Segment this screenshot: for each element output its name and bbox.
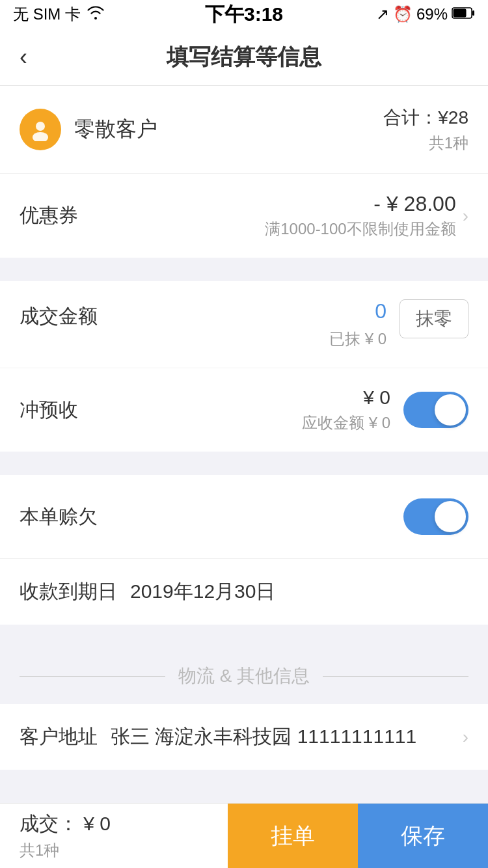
- amount-sub: 已抹 ¥ 0: [329, 329, 386, 349]
- section-divider-2: [0, 462, 488, 475]
- location-icon: ↗: [376, 5, 389, 23]
- coupon-discount: - ¥ 28.00: [265, 192, 455, 216]
- battery-percent: 69%: [416, 5, 448, 23]
- wifi-icon: [86, 5, 105, 23]
- svg-rect-2: [454, 9, 467, 18]
- logistics-divider: 物流 & 其他信息: [0, 648, 488, 704]
- address-card: 客户地址 张三 海淀永丰科技园 11111111111 ›: [0, 704, 488, 770]
- save-button[interactable]: 保存: [358, 804, 488, 868]
- bottom-summary: 成交： ¥ 0 共1种: [0, 804, 228, 868]
- due-row: 收款到期日 2019年12月30日: [0, 558, 488, 625]
- debt-card: 本单赊欠 收款到期日 2019年12月30日: [0, 475, 488, 625]
- customer-row: 零散客户 合计：¥28 共1种: [0, 86, 488, 173]
- amount-value-wrap: 0 已抹 ¥ 0: [329, 299, 386, 349]
- prepay-toggle[interactable]: [403, 392, 468, 428]
- coupon-value-wrap: - ¥ 28.00 满1000-100不限制使用金额: [265, 192, 455, 239]
- debt-toggle-knob: [435, 501, 466, 532]
- logistics-text: 物流 & 其他信息: [178, 664, 310, 688]
- coupon-row[interactable]: 优惠券 - ¥ 28.00 满1000-100不限制使用金额 ›: [0, 173, 488, 258]
- logistics-line-left: [20, 676, 165, 677]
- customer-left: 零散客户: [20, 109, 157, 150]
- customer-right: 合计：¥28 共1种: [383, 105, 468, 154]
- status-left: 无 SIM 卡: [13, 4, 105, 25]
- prepay-label: 冲预收: [20, 397, 78, 424]
- address-label: 客户地址: [20, 724, 98, 750]
- debt-row: 本单赊欠: [0, 475, 488, 558]
- prepay-values: ¥ 0 应收金额 ¥ 0: [302, 387, 390, 433]
- svg-point-3: [36, 122, 45, 131]
- section-divider-3: [0, 635, 488, 648]
- round-button[interactable]: 抹零: [400, 299, 468, 338]
- status-bar: 无 SIM 卡 下午3:18 ↗ ⏰ 69%: [0, 0, 488, 29]
- address-chevron-icon: ›: [463, 727, 468, 748]
- prepay-main: ¥ 0: [302, 387, 390, 409]
- prepay-row: 冲预收 ¥ 0 应收金额 ¥ 0: [0, 368, 488, 452]
- address-value: 张三 海淀永丰科技园 11111111111: [111, 724, 463, 750]
- nav-bar: ‹ 填写结算等信息: [0, 29, 488, 86]
- no-sim-text: 无 SIM 卡: [13, 4, 81, 25]
- prepay-right: ¥ 0 应收金额 ¥ 0: [302, 387, 468, 433]
- svg-point-4: [33, 132, 48, 141]
- battery-icon: [452, 5, 475, 23]
- chevron-right-icon: ›: [463, 206, 468, 226]
- address-row[interactable]: 客户地址 张三 海淀永丰科技园 11111111111 ›: [0, 704, 488, 770]
- amount-right: 0 已抹 ¥ 0 抹零: [329, 299, 468, 349]
- svg-rect-1: [472, 10, 474, 16]
- back-button[interactable]: ‹: [20, 44, 27, 71]
- bottom-bar: 成交： ¥ 0 共1种 挂单 保存: [0, 803, 488, 868]
- total-amount: 合计：¥28: [383, 105, 468, 130]
- due-date-label: 收款到期日: [20, 578, 117, 605]
- avatar: [20, 109, 61, 150]
- alarm-icon: ⏰: [393, 5, 413, 23]
- hang-button[interactable]: 挂单: [228, 804, 358, 868]
- debt-toggle[interactable]: [403, 498, 468, 535]
- status-right: ↗ ⏰ 69%: [376, 5, 475, 23]
- amount-row: 成交金额 0 已抹 ¥ 0 抹零: [0, 281, 488, 368]
- coupon-right: - ¥ 28.00 满1000-100不限制使用金额 ›: [265, 192, 468, 239]
- amount-card: 成交金额 0 已抹 ¥ 0 抹零 冲预收 ¥ 0 应收金额 ¥ 0: [0, 281, 488, 452]
- coupon-desc: 满1000-100不限制使用金额: [265, 219, 455, 239]
- total-count: 共1种: [383, 133, 468, 154]
- bottom-total: 成交： ¥ 0: [20, 811, 208, 837]
- bottom-total-value: ¥ 0: [83, 813, 111, 834]
- amount-value: 0: [329, 299, 386, 323]
- debt-label: 本单赊欠: [20, 504, 98, 530]
- prepay-sub: 应收金额 ¥ 0: [302, 413, 390, 433]
- amount-label: 成交金额: [20, 299, 98, 330]
- customer-card: 零散客户 合计：¥28 共1种 优惠券 - ¥ 28.00 满1000-100不…: [0, 86, 488, 258]
- section-divider-1: [0, 268, 488, 281]
- status-time: 下午3:18: [205, 1, 283, 28]
- customer-name: 零散客户: [74, 115, 157, 144]
- logistics-line-right: [323, 676, 468, 677]
- nav-title: 填写结算等信息: [167, 42, 321, 72]
- coupon-label: 优惠券: [20, 202, 78, 229]
- bottom-total-label: 成交：: [20, 813, 78, 834]
- bottom-count: 共1种: [20, 840, 208, 861]
- due-date-value: 2019年12月30日: [130, 578, 275, 605]
- toggle-knob: [435, 394, 466, 426]
